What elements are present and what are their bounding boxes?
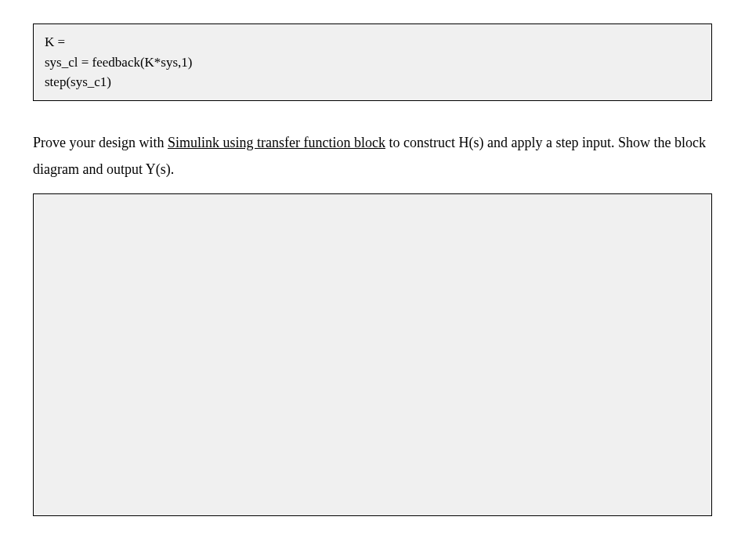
instruction-part-1: Prove your design with	[33, 135, 168, 150]
code-line-1: K =	[45, 32, 700, 52]
code-line-2: sys_cl = feedback(K*sys,1)	[45, 52, 700, 73]
answer-box	[33, 193, 712, 516]
instruction-paragraph: Prove your design with Simulink using tr…	[33, 129, 712, 182]
instruction-underlined: Simulink using transfer function block	[168, 135, 385, 150]
code-line-3: step(sys_c1)	[45, 72, 700, 92]
code-box: K = sys_cl = feedback(K*sys,1) step(sys_…	[33, 23, 712, 101]
